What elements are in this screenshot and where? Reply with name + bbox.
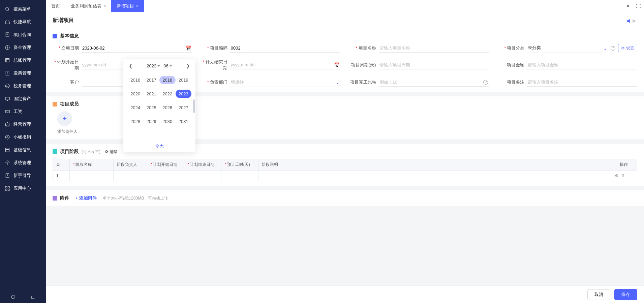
- sidebar-item-biz[interactable]: 经营管理: [0, 118, 46, 131]
- input-remark[interactable]: [527, 78, 637, 87]
- sidebar-item-label: 税务管理: [13, 83, 31, 89]
- year-option-2028[interactable]: 2028: [127, 117, 144, 126]
- row-index: 1: [53, 171, 70, 181]
- add-row-icon[interactable]: ⊕: [615, 173, 618, 178]
- sidebar-item-salary[interactable]: 工资: [0, 105, 46, 118]
- input-amount[interactable]: [527, 61, 637, 69]
- dp-today-button[interactable]: 今天: [155, 143, 164, 148]
- year-option-2016[interactable]: 2016: [127, 76, 144, 84]
- settings-button[interactable]: ⚙ 设置: [618, 44, 637, 52]
- input-progress[interactable]: [379, 78, 489, 87]
- save-button[interactable]: 保存: [614, 289, 637, 300]
- dp-month-select[interactable]: 06: [163, 63, 172, 68]
- year-option-2017[interactable]: 2017: [144, 76, 160, 84]
- add-attach-button[interactable]: + 添加附件: [75, 195, 97, 201]
- cancel-button[interactable]: 取消: [587, 289, 610, 300]
- year-option-2030[interactable]: 2030: [159, 117, 176, 126]
- input-proj-name[interactable]: [379, 44, 489, 53]
- tabs-bar: 首页业务利润预估表×新增项目× ✕ ⛶: [46, 0, 644, 12]
- sidebar-item-fund[interactable]: 资金管理: [0, 41, 46, 54]
- year-option-2023[interactable]: 2023: [176, 90, 192, 98]
- sidebar-item-guide[interactable]: 新手引导: [0, 169, 46, 182]
- pager-next-icon[interactable]: ▶: [632, 18, 637, 23]
- tab-新增项目[interactable]: 新增项目×: [111, 0, 144, 12]
- sidebar-item-contract[interactable]: 项目合同: [0, 28, 46, 41]
- section-title-stage: 项目阶段: [60, 149, 79, 155]
- stage-cell[interactable]: [114, 171, 147, 181]
- tab-close-icon[interactable]: ×: [103, 4, 106, 8]
- fullscreen-icon[interactable]: ⛶: [634, 2, 643, 10]
- stage-clear-button[interactable]: ⟳ 清除: [105, 149, 118, 155]
- sidebar-item-label: 发票管理: [13, 70, 31, 76]
- calendar-icon[interactable]: 📅: [185, 46, 191, 51]
- sidebar-item-asset[interactable]: 固定资产: [0, 92, 46, 105]
- stage-th-0: ⚙: [53, 159, 70, 171]
- stage-cell[interactable]: [70, 171, 114, 181]
- sidebar-item-ledger[interactable]: 总账管理: [0, 54, 46, 67]
- stage-th-7: 操作: [610, 159, 637, 171]
- year-option-2021[interactable]: 2021: [144, 90, 160, 98]
- tab-业务利润预估表[interactable]: 业务利润预估表×: [65, 0, 111, 12]
- year-option-2027[interactable]: 2027: [176, 103, 192, 112]
- dp-scrollbar[interactable]: [193, 99, 195, 113]
- svg-rect-16: [8, 189, 9, 190]
- input-plan-end[interactable]: [230, 61, 340, 69]
- sidebar-item-base[interactable]: 基础信息: [0, 144, 46, 156]
- salary-icon: [5, 109, 10, 114]
- year-option-2025[interactable]: 2025: [144, 103, 160, 112]
- sidebar-item-bx[interactable]: 小畅报销: [0, 131, 46, 144]
- svg-point-5: [5, 84, 9, 88]
- calendar-icon[interactable]: 📅: [334, 62, 340, 68]
- stage-cell[interactable]: [184, 171, 221, 181]
- year-option-2029[interactable]: 2029: [144, 117, 160, 126]
- help-icon[interactable]: ?: [611, 46, 615, 51]
- refresh-icon: ⟳: [105, 149, 109, 154]
- dp-year-select[interactable]: 2023: [147, 63, 160, 68]
- svg-point-17: [11, 295, 15, 299]
- select-proj-cat[interactable]: 未分类: [527, 43, 602, 53]
- add-member-button[interactable]: +: [57, 111, 72, 126]
- label-proj-code: 项目编码: [201, 45, 230, 51]
- fund-icon: [5, 45, 10, 50]
- input-proj-code[interactable]: [230, 44, 340, 53]
- sidebar-item-search[interactable]: 搜索菜单: [0, 3, 46, 16]
- sidebar-item-apps[interactable]: 应用中心: [0, 182, 46, 195]
- help-icon[interactable]: ?: [483, 80, 488, 85]
- chevron-down-icon[interactable]: ⌄: [336, 80, 340, 85]
- pager-prev-icon[interactable]: ◀: [625, 18, 631, 23]
- year-option-2022[interactable]: 2022: [159, 90, 176, 98]
- stage-cell[interactable]: [147, 171, 184, 181]
- year-option-2024[interactable]: 2024: [127, 103, 144, 112]
- dp-prev-icon[interactable]: ❮: [127, 62, 134, 70]
- chevron-down-icon[interactable]: ⌄: [603, 46, 607, 51]
- tab-close-all-icon[interactable]: ✕: [624, 2, 633, 10]
- label-amount: 项目金额: [498, 62, 527, 68]
- sidebar-item-tax[interactable]: 税务管理: [0, 80, 46, 92]
- stage-cell[interactable]: [221, 171, 258, 181]
- sidebar-item-sys[interactable]: 系统管理: [0, 156, 46, 169]
- sidebar-item-label: 资金管理: [13, 44, 31, 51]
- select-dept[interactable]: 请选择: [230, 77, 340, 87]
- gear-icon[interactable]: ⚙: [56, 162, 60, 167]
- year-option-2019[interactable]: 2019: [176, 76, 192, 84]
- stage-cell[interactable]: [258, 171, 610, 181]
- input-cycle[interactable]: [379, 61, 489, 69]
- input-est-date[interactable]: [82, 44, 192, 53]
- sidebar-footer-icon-1[interactable]: [10, 294, 16, 300]
- sidebar-footer-icon-2[interactable]: [30, 294, 35, 300]
- sidebar-item-invoice[interactable]: 发票管理: [0, 67, 46, 80]
- svg-point-9: [5, 135, 9, 139]
- year-option-2031[interactable]: 2031: [176, 117, 192, 126]
- sidebar-item-home[interactable]: 快捷导航: [0, 16, 46, 28]
- year-option-2018[interactable]: 2018: [159, 76, 176, 84]
- table-row: 1⊕🗑: [53, 171, 637, 181]
- stage-table: ⚙阶段名称阶段负责人计划开始日期计划结束日期预计工时(天)阶段说明操作 1⊕🗑: [53, 159, 637, 181]
- tab-首页[interactable]: 首页: [46, 0, 65, 12]
- search-icon: [5, 6, 10, 12]
- delete-row-icon[interactable]: 🗑: [621, 173, 625, 178]
- svg-rect-6: [5, 97, 9, 100]
- year-option-2026[interactable]: 2026: [159, 103, 176, 112]
- dp-next-icon[interactable]: ❯: [185, 62, 191, 70]
- year-option-2020[interactable]: 2020: [127, 90, 144, 98]
- tab-close-icon[interactable]: ×: [136, 4, 139, 8]
